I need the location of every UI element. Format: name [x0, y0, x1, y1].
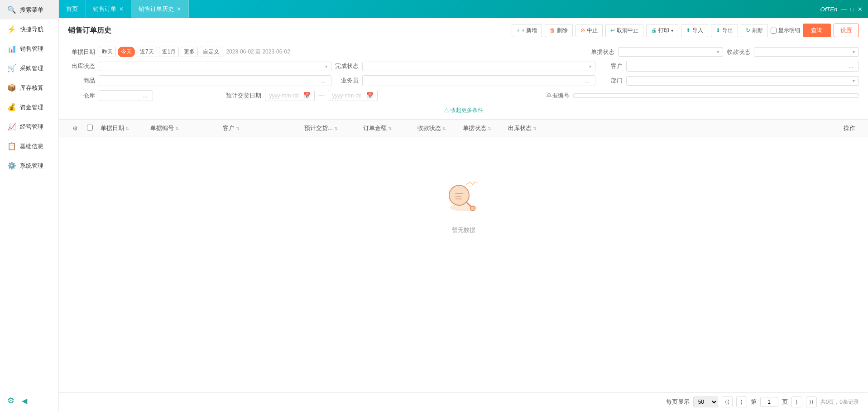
table-area: ⚙ 单据日期 ⇅ 单据编号 ⇅ 客户 ⇅ 预计交货... [59, 119, 868, 392]
sidebar-item-system[interactable]: ⚙️ 系统管理 [0, 156, 58, 175]
sidebar-collapse-icon[interactable]: ◀ [22, 396, 27, 405]
page-title: 销售订单历史 [68, 26, 111, 35]
dept-select[interactable]: ▾ [626, 76, 859, 86]
tab-sales-order-history-close[interactable]: ✕ [177, 6, 181, 12]
delivery-date-label: 预计交货日期 [226, 92, 261, 100]
th-delivery[interactable]: 预计交货... ⇅ [301, 124, 360, 132]
topbar-tabs: 首页 销售订单 ✕ 销售订单历史 ✕ [59, 0, 189, 18]
doc-status-arrow: ▾ [717, 49, 719, 54]
topbar-close-btn[interactable]: ✕ [858, 6, 863, 13]
date-btn-custom[interactable]: 自定义 [200, 47, 222, 57]
salesperson-ellipsis[interactable]: ... [583, 77, 591, 84]
page-size-label: 每页显示 [666, 398, 690, 406]
prev-page-btn[interactable]: ⟨ [736, 396, 747, 407]
th-customer[interactable]: 客户 ⇅ [219, 124, 301, 132]
sidebar-item-label: 采购管理 [20, 64, 43, 73]
page-num-input[interactable] [760, 397, 778, 407]
collapse-up-icon: △ [444, 107, 449, 113]
complete-status-select[interactable]: ▾ [362, 62, 595, 71]
delete-button[interactable]: 🗑 删除 [545, 24, 573, 37]
topbar-expand-btn[interactable]: □ [850, 6, 854, 13]
warehouse-ellipsis[interactable]: ... [141, 92, 149, 99]
topbar-minus-btn[interactable]: — [841, 6, 847, 13]
tab-sales-order-close[interactable]: ✕ [119, 6, 124, 12]
filter-doc-no: 单据编号 [542, 92, 859, 100]
doc-no-input[interactable] [573, 93, 859, 98]
receipt-status-select[interactable]: ▾ [754, 47, 859, 57]
sidebar-item-label: 系统管理 [20, 162, 43, 170]
customer-ellipsis[interactable]: ... [847, 63, 855, 69]
tab-sales-order-label: 销售订单 [93, 5, 116, 13]
tab-home[interactable]: 首页 [59, 0, 86, 18]
sidebar-item-quick-nav[interactable]: ⚡ 快捷导航 [0, 19, 58, 39]
export-button[interactable]: ⬇ 导出 [711, 24, 738, 37]
th-doc-status[interactable]: 单据状态 ⇅ [459, 124, 504, 132]
sidebar-item-basic[interactable]: 📋 基础信息 [0, 136, 58, 156]
th-settings[interactable]: ⚙ [68, 125, 82, 132]
date-btn-today[interactable]: 今天 [118, 47, 135, 57]
th-num[interactable]: 单据编号 ⇅ [147, 124, 219, 132]
warehouse-select[interactable]: ... [99, 90, 153, 101]
empty-illustration [441, 174, 486, 219]
settings-button[interactable]: 设置 [834, 24, 859, 37]
sidebar-settings-icon[interactable]: ⚙ [7, 396, 14, 406]
sidebar-item-inventory[interactable]: 📦 库存核算 [0, 78, 58, 97]
import-button[interactable]: ⬆ 导入 [681, 24, 708, 37]
date-btn-7days[interactable]: 近7天 [137, 47, 157, 57]
display-toggle-checkbox[interactable] [771, 28, 777, 34]
sidebar-item-finance[interactable]: 💰 资金管理 [0, 97, 58, 117]
sidebar-item-search[interactable]: 🔍 搜索菜单 [0, 0, 58, 19]
th-out-status[interactable]: 出库状态 ⇅ [504, 124, 559, 132]
delivery-date-from[interactable]: yyyy-mm-dd 📅 [265, 90, 315, 101]
th-receipt-status[interactable]: 收款状态 ⇅ [414, 124, 459, 132]
date-btn-more[interactable]: 更多 [181, 47, 198, 57]
delivery-date-to[interactable]: yyyy-mm-dd 📅 [328, 90, 378, 101]
basic-icon: 📋 [7, 142, 16, 150]
first-page-btn[interactable]: ⟨⟨ [722, 396, 733, 407]
print-button[interactable]: 🖨 打印 ▾ [646, 24, 678, 37]
query-button[interactable]: 查询 [803, 24, 831, 37]
last-page-btn[interactable]: ⟩⟩ [806, 396, 817, 407]
finance-icon: 💰 [7, 103, 16, 111]
sidebar-item-operation[interactable]: 📈 经营管理 [0, 117, 58, 136]
customer-select[interactable]: ... [626, 61, 859, 72]
date-btn-1month[interactable]: 近1月 [159, 47, 179, 57]
stop-button[interactable]: ⊘ 中止 [575, 24, 603, 37]
content: 销售订单历史 + + 新增 🗑 删除 ⊘ 中止 ↩ [59, 18, 868, 411]
th-num-sort: ⇅ [175, 126, 179, 131]
out-status-select[interactable]: ▾ [99, 62, 331, 71]
page-label-2: 页 [782, 398, 788, 406]
sidebar-item-sales[interactable]: 📊 销售管理 [0, 39, 58, 58]
collapse-btn[interactable]: △ 收起更多条件 [68, 105, 859, 116]
filter-receipt-status: 收款状态 ▾ [723, 47, 859, 57]
quick-nav-icon: ⚡ [7, 25, 16, 34]
th-checkbox[interactable] [82, 125, 97, 132]
th-date[interactable]: 单据日期 ⇅ [97, 124, 147, 132]
filter-area: 单据日期 昨天 今天 近7天 近1月 更多 自定义 2023-06-02 至 2… [59, 42, 868, 119]
tab-sales-order-history[interactable]: 销售订单历史 ✕ [131, 0, 189, 18]
tab-sales-order[interactable]: 销售订单 ✕ [86, 0, 131, 18]
filter-warehouse: 仓库 ... [68, 90, 226, 101]
display-toggle[interactable]: 显示明细 [771, 27, 800, 34]
add-button[interactable]: + + 新增 [512, 24, 542, 37]
cancel-stop-button[interactable]: ↩ 取消中止 [605, 24, 643, 37]
goods-ellipsis[interactable]: ... [319, 77, 327, 84]
date-label: 单据日期 [68, 48, 95, 56]
toolbar: + + 新增 🗑 删除 ⊘ 中止 ↩ 取消中止 [512, 24, 859, 37]
select-all-checkbox[interactable] [87, 125, 93, 131]
filter-salesperson: 业务员 ... [331, 75, 595, 86]
svg-point-4 [470, 206, 475, 211]
page-size-select[interactable]: 50 20 100 [693, 396, 718, 407]
complete-status-arrow: ▾ [589, 64, 591, 69]
stop-icon: ⊘ [580, 27, 585, 34]
th-amount[interactable]: 订单金额 ⇅ [360, 124, 414, 132]
sidebar-item-label: 基础信息 [20, 142, 43, 150]
goods-select[interactable]: ... [99, 75, 331, 86]
sidebar-item-purchase[interactable]: 🛒 采购管理 [0, 58, 58, 78]
cancel-stop-label: 取消中止 [617, 27, 638, 34]
doc-status-select[interactable]: ▾ [618, 47, 723, 57]
salesperson-select[interactable]: ... [362, 75, 595, 86]
date-btn-yesterday[interactable]: 昨天 [99, 47, 116, 57]
refresh-button[interactable]: ↻ 刷新 [741, 24, 768, 37]
next-page-btn[interactable]: ⟩ [791, 396, 802, 407]
